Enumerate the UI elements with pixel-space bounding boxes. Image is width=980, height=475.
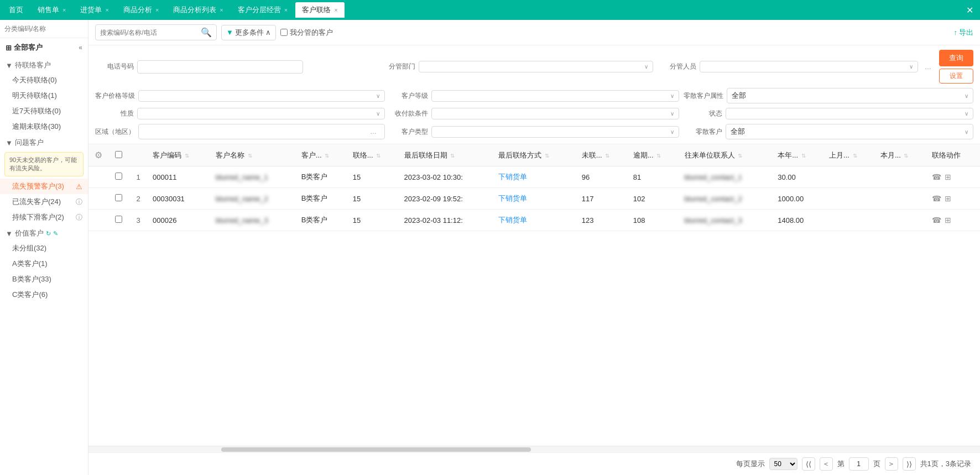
collapse-sidebar-icon[interactable]: « bbox=[79, 44, 82, 51]
select-all-checkbox[interactable] bbox=[115, 151, 122, 158]
edit-icon[interactable]: ✎ bbox=[53, 230, 58, 237]
export-button[interactable]: ↑ 导出 bbox=[954, 28, 974, 38]
region-more-btn[interactable]: … bbox=[367, 127, 380, 137]
page-size-select[interactable]: 50 100 200 bbox=[769, 458, 797, 470]
section-value-arrow-icon: ▼ bbox=[6, 229, 13, 238]
sidebar-item-unclassified[interactable]: 未分组(32) bbox=[0, 241, 88, 256]
next-page-button[interactable]: ＞ bbox=[885, 457, 898, 471]
row-check-2[interactable] bbox=[115, 216, 122, 223]
row-check-1[interactable] bbox=[115, 194, 122, 201]
person-more-btn[interactable]: … bbox=[921, 62, 935, 72]
contacts-sort-icon[interactable]: ⇅ bbox=[376, 153, 380, 159]
zero-attr-arrow: ∨ bbox=[965, 93, 968, 99]
section-pending-contact[interactable]: ▼ 待联络客户 bbox=[0, 57, 88, 72]
phone-input[interactable] bbox=[137, 60, 303, 74]
unit-sort-icon[interactable]: ⇅ bbox=[738, 153, 742, 159]
close-segment-icon[interactable]: × bbox=[284, 7, 288, 13]
price-level-select[interactable]: ∨ bbox=[138, 90, 385, 102]
tab-sales[interactable]: 销售单 × bbox=[31, 2, 72, 18]
row-call-icon-2[interactable]: ☎ bbox=[932, 216, 941, 225]
region-select[interactable]: … bbox=[138, 124, 385, 139]
close-purchase-icon[interactable]: × bbox=[105, 7, 108, 13]
scrollbar-thumb[interactable] bbox=[221, 447, 531, 452]
sidebar-item-overdue[interactable]: 逾期未联络(30) bbox=[0, 119, 88, 134]
row-way-link-0[interactable]: 下销货单 bbox=[498, 173, 527, 181]
refresh-icon[interactable]: ↻ bbox=[46, 230, 51, 237]
sidebar-item-today[interactable]: 今天待联络(0) bbox=[0, 72, 88, 88]
year-sort-icon[interactable]: ⇅ bbox=[801, 153, 806, 159]
sidebar-item-class-c[interactable]: C类客户(6) bbox=[0, 287, 88, 302]
tmonth-sort-icon[interactable]: ⇅ bbox=[904, 153, 908, 159]
all-customers-header[interactable]: ⊞ 全部客户 « bbox=[0, 38, 88, 57]
tab-purchase[interactable]: 进货单 × bbox=[74, 2, 115, 18]
row-overdue-1: 102 bbox=[629, 188, 680, 210]
search-bar: 🔍 ▼ 更多条件 ∧ 我分管的客户 ↑ 导出 bbox=[88, 20, 980, 45]
row-way-link-2[interactable]: 下销货单 bbox=[498, 216, 527, 224]
filter-status: 状态 ∨ bbox=[684, 108, 973, 119]
section-problem-customer[interactable]: ▼ 问题客户 bbox=[0, 134, 88, 150]
filter-region: 区域（地区） … bbox=[95, 124, 385, 139]
status-select[interactable]: ∨ bbox=[726, 108, 973, 119]
close-sales-icon[interactable]: × bbox=[62, 7, 66, 13]
row-more-icon-0[interactable]: ⊞ bbox=[945, 173, 951, 181]
tab-analysis-list[interactable]: 商品分析列表 × bbox=[166, 2, 230, 18]
way-sort-icon[interactable]: ⇅ bbox=[545, 153, 549, 159]
row-more-icon-2[interactable]: ⊞ bbox=[945, 216, 951, 225]
type-sort-icon[interactable]: ⇅ bbox=[325, 153, 329, 159]
setting-button[interactable]: 设置 bbox=[939, 69, 973, 83]
tab-analysis[interactable]: 商品分析 × bbox=[117, 2, 165, 18]
date-sort-icon[interactable]: ⇅ bbox=[450, 153, 455, 159]
table-row: 1 000011 blurred_name_1 B类客户 15 2023-03-… bbox=[88, 166, 980, 188]
my-customer-checkbox-label[interactable]: 我分管的客户 bbox=[280, 28, 333, 38]
tab-customer-contact[interactable]: 客户联络 × bbox=[295, 2, 344, 18]
horizontal-scrollbar[interactable] bbox=[88, 446, 980, 452]
name-sort-icon[interactable]: ⇅ bbox=[248, 153, 252, 159]
search-input[interactable] bbox=[100, 29, 201, 36]
overdue-sort-icon[interactable]: ⇅ bbox=[656, 153, 661, 159]
not-contact-sort-icon[interactable]: ⇅ bbox=[605, 153, 609, 159]
sidebar-item-churned[interactable]: 已流失客户(24) ⓘ bbox=[0, 194, 88, 210]
person-select[interactable]: ∨ bbox=[700, 61, 918, 72]
prev-page-button[interactable]: ＜ bbox=[820, 457, 833, 471]
last-page-button[interactable]: ⟩⟩ bbox=[903, 457, 916, 471]
sidebar-item-churn-warning[interactable]: 流失预警客户(3) ⚠ bbox=[0, 179, 88, 194]
table-settings-icon[interactable]: ⚙ bbox=[95, 150, 102, 160]
section-value-customer[interactable]: ▼ 价值客户 ↻ ✎ bbox=[0, 225, 88, 241]
lmonth-sort-icon[interactable]: ⇅ bbox=[853, 153, 857, 159]
customer-level-select[interactable]: ∨ bbox=[431, 90, 679, 102]
row-call-icon-0[interactable]: ☎ bbox=[932, 173, 941, 181]
close-analysis-icon[interactable]: × bbox=[155, 7, 159, 13]
search-submit-icon[interactable]: 🔍 bbox=[201, 27, 212, 38]
sidebar-item-tomorrow[interactable]: 明天待联络(1) bbox=[0, 88, 88, 103]
close-all-tabs-button[interactable]: ✕ bbox=[962, 3, 978, 18]
code-sort-icon[interactable]: ⇅ bbox=[185, 153, 189, 159]
row-call-icon-1[interactable]: ☎ bbox=[932, 194, 941, 203]
tab-customer-segment[interactable]: 客户分层经营 × bbox=[231, 2, 294, 18]
row-check-0[interactable] bbox=[115, 173, 122, 180]
row-lmonth-1 bbox=[825, 188, 876, 210]
page-number-input[interactable] bbox=[849, 457, 869, 471]
row-more-icon-1[interactable]: ⊞ bbox=[945, 194, 951, 203]
tab-home[interactable]: 首页 bbox=[2, 2, 30, 18]
nature-select[interactable]: ∨ bbox=[137, 108, 385, 119]
more-filter-button[interactable]: ▼ 更多条件 ∧ bbox=[221, 25, 276, 40]
filter-arrow-icon: ∧ bbox=[265, 28, 271, 36]
filter-row-1: 电话号码 分管部门 ∨ 分管人员 ∨ … bbox=[95, 50, 973, 83]
customer-type-select[interactable]: ∨ bbox=[431, 126, 679, 138]
sidebar-item-class-b[interactable]: B类客户(33) bbox=[0, 272, 88, 287]
problem-customer-tooltip: 90天未交易的客户，可能有流失风险。 bbox=[4, 152, 84, 176]
sidebar-item-7days[interactable]: 近7天待联络(0) bbox=[0, 103, 88, 119]
dept-select[interactable]: ∨ bbox=[419, 61, 654, 72]
sidebar-search-input[interactable] bbox=[4, 25, 87, 33]
close-contact-icon[interactable]: × bbox=[334, 7, 337, 13]
row-way-link-1[interactable]: 下销货单 bbox=[498, 194, 527, 202]
zero-attr-select[interactable]: 全部 ∨ bbox=[727, 88, 973, 103]
payment-select[interactable]: ∨ bbox=[431, 108, 679, 119]
zero-customer-select[interactable]: 全部 ∨ bbox=[726, 124, 973, 139]
close-analysis-list-icon[interactable]: × bbox=[220, 7, 223, 13]
query-button[interactable]: 查询 bbox=[939, 50, 973, 66]
first-page-button[interactable]: ⟨⟨ bbox=[802, 457, 815, 471]
my-customer-checkbox[interactable] bbox=[280, 29, 288, 36]
sidebar-item-declining[interactable]: 持续下滑客户(2) ⓘ bbox=[0, 210, 88, 225]
sidebar-item-class-a[interactable]: A类客户(1) bbox=[0, 256, 88, 272]
